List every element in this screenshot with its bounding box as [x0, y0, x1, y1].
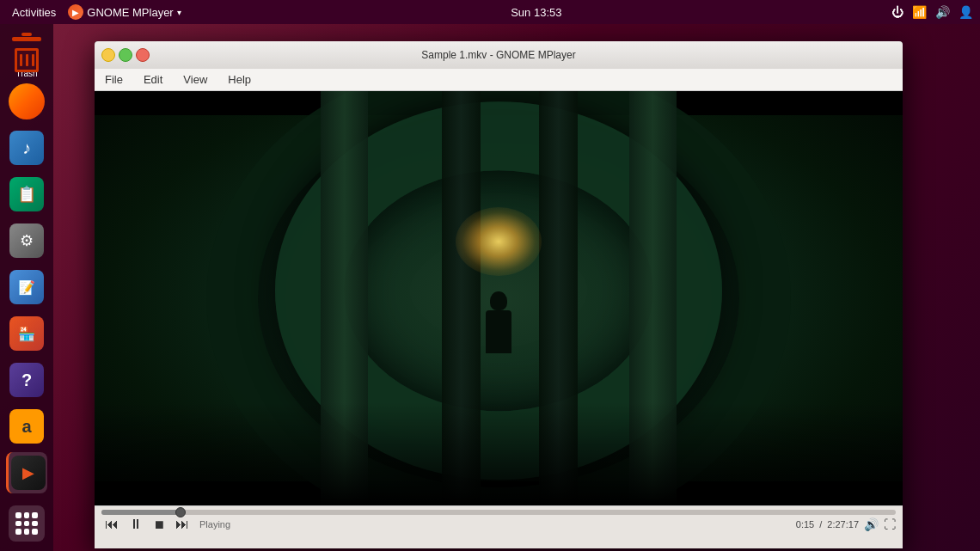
window-title: Sample 1.mkv - GNOME MPlayer — [421, 49, 575, 61]
video-area[interactable] — [95, 91, 903, 505]
menubar: File Edit View Help — [95, 69, 903, 91]
progress-row — [101, 510, 896, 515]
topbar-app-arrow[interactable]: ▾ — [177, 8, 181, 17]
firefox-icon — [9, 83, 45, 119]
mplayer-icon: ▶ — [11, 456, 46, 490]
floor-shadow — [95, 402, 903, 505]
topbar-app-name: ▶ GNOME MPlayer ▾ — [68, 4, 181, 20]
progress-track[interactable] — [101, 510, 896, 515]
window-titlebar: Sample 1.mkv - GNOME MPlayer — [95, 41, 903, 69]
sidebar-show-apps[interactable] — [6, 503, 47, 544]
figure-body — [486, 310, 511, 353]
software-icon: 🏪 — [9, 316, 44, 351]
stop-button[interactable]: ⏹ — [150, 517, 168, 531]
menu-file[interactable]: File — [101, 71, 126, 88]
sidebar-item-software[interactable]: 🏪 — [6, 313, 47, 354]
topbar-right: ⏻ 📶 🔊 👤 — [891, 5, 973, 19]
buttons-row: ⏮ ⏸ ⏹ ⏭ Playing 0:15 / 2:27:17 🔊 ⛶ — [101, 517, 896, 532]
sidebar-item-trash[interactable]: Trash — [6, 34, 47, 76]
menu-help[interactable]: Help — [224, 71, 254, 88]
gnome-mplayer-icon: ▶ — [68, 4, 83, 20]
libreoffice-icon: 📋 — [9, 177, 44, 211]
topbar-clock[interactable]: Sun 13:53 — [511, 6, 561, 19]
help-icon: ? — [9, 363, 44, 397]
desktop: Trash ♪ 📋 ⚙ 📝 🏪 ? a — [0, 24, 980, 551]
rewind-button[interactable]: ⏮ — [101, 517, 122, 532]
wifi-icon[interactable]: 📶 — [912, 5, 927, 19]
close-button[interactable] — [136, 48, 150, 62]
forward-button[interactable]: ⏭ — [172, 517, 193, 532]
writer-icon: 📝 — [9, 270, 44, 304]
power-icon[interactable]: ⏻ — [891, 5, 903, 19]
sidebar-item-help[interactable]: ? — [6, 359, 47, 401]
sidebar-item-libreoffice[interactable]: 📋 — [6, 174, 47, 215]
fullscreen-icon[interactable]: ⛶ — [884, 517, 896, 531]
sidebar-item-firefox[interactable] — [6, 81, 47, 122]
sidebar-item-settings[interactable]: ⚙ — [6, 220, 47, 261]
user-icon[interactable]: 👤 — [959, 5, 973, 19]
figure-head — [490, 291, 507, 310]
topbar: Activities ▶ GNOME MPlayer ▾ Sun 13:53 ⏻… — [0, 0, 980, 24]
video-canvas — [95, 91, 903, 505]
mplayer-window: Sample 1.mkv - GNOME MPlayer File Edit V… — [95, 41, 903, 548]
volume-tray-icon[interactable]: 🔊 — [935, 5, 950, 19]
sidebar-item-rhythmbox[interactable]: ♪ — [6, 127, 47, 168]
settings-icon: ⚙ — [9, 223, 44, 258]
topbar-app-label: GNOME MPlayer — [87, 6, 173, 19]
rhythmbox-icon: ♪ — [9, 131, 44, 165]
scene-light — [456, 207, 542, 276]
time-current: 0:15 — [796, 519, 814, 530]
time-total: 2:27:17 — [827, 519, 859, 530]
minimize-button[interactable] — [101, 48, 115, 62]
time-separator: / — [819, 519, 822, 530]
progress-thumb[interactable] — [175, 507, 186, 517]
pause-button[interactable]: ⏸ — [126, 517, 146, 532]
progress-fill — [101, 510, 181, 515]
controls-bar: ⏮ ⏸ ⏹ ⏭ Playing 0:15 / 2:27:17 🔊 ⛶ — [95, 505, 903, 548]
menu-edit[interactable]: Edit — [140, 71, 166, 88]
sidebar-item-amazon[interactable]: a — [6, 406, 47, 447]
topbar-left: Activities ▶ GNOME MPlayer ▾ — [7, 4, 181, 20]
window-controls — [101, 48, 150, 62]
show-apps-icon — [9, 505, 45, 542]
activities-button[interactable]: Activities — [7, 6, 61, 19]
scene-figure — [477, 291, 520, 360]
maximize-button[interactable] — [119, 48, 132, 62]
sidebar-dock: Trash ♪ 📋 ⚙ 📝 🏪 ? a — [0, 24, 53, 551]
time-display: 0:15 / 2:27:17 🔊 ⛶ — [796, 517, 896, 531]
volume-icon[interactable]: 🔊 — [864, 517, 879, 531]
sidebar-item-mplayer[interactable]: ▶ — [6, 452, 47, 493]
trash-icon — [11, 33, 42, 67]
menu-view[interactable]: View — [180, 71, 211, 88]
amazon-icon: a — [9, 409, 44, 444]
sidebar-item-writer[interactable]: 📝 — [6, 266, 47, 308]
playing-label: Playing — [199, 519, 230, 530]
